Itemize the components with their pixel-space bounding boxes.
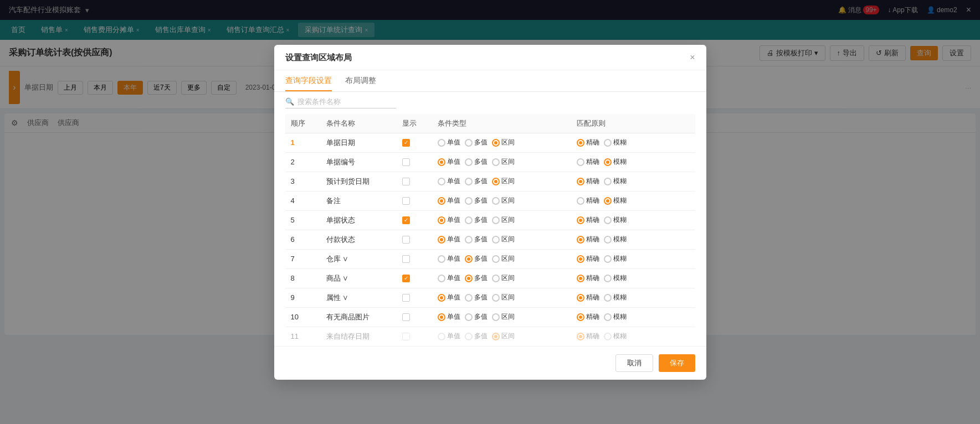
- match-radio-item[interactable]: 精确: [577, 273, 599, 283]
- type-radio-item[interactable]: 多值: [465, 138, 488, 147]
- type-radio-item[interactable]: 多值: [465, 215, 488, 225]
- cell-name: 付款状态: [321, 230, 397, 249]
- display-checkbox[interactable]: [402, 275, 410, 282]
- type-radio-item[interactable]: 多值: [465, 235, 488, 244]
- type-radio-item[interactable]: 多值: [465, 196, 488, 205]
- radio-circle-icon: [438, 197, 445, 205]
- match-radio-item[interactable]: 精确: [577, 293, 599, 302]
- display-checkbox[interactable]: [402, 333, 410, 340]
- save-btn[interactable]: 保存: [659, 354, 695, 372]
- match-radio-item[interactable]: 精确: [577, 196, 599, 205]
- modal-close-btn[interactable]: ×: [690, 53, 695, 63]
- match-radio-item[interactable]: 精确: [577, 312, 599, 322]
- cell-display: [397, 230, 432, 249]
- match-radio-item[interactable]: 精确: [577, 177, 599, 186]
- display-checkbox[interactable]: [402, 313, 410, 321]
- match-radio-item[interactable]: 模糊: [604, 138, 627, 147]
- type-radio-item[interactable]: 单值: [438, 138, 460, 147]
- match-radio-item[interactable]: 精确: [577, 215, 599, 225]
- type-radio-item[interactable]: 单值: [438, 215, 460, 225]
- cancel-btn[interactable]: 取消: [615, 354, 653, 372]
- type-radio-item[interactable]: 多值: [465, 177, 488, 186]
- type-radio-item[interactable]: 单值: [438, 196, 460, 205]
- type-radio-item[interactable]: 单值: [438, 312, 460, 322]
- match-radio-item[interactable]: 模糊: [604, 157, 627, 167]
- type-radio-item[interactable]: 区间: [492, 273, 515, 283]
- match-radio-item[interactable]: 模糊: [604, 177, 627, 186]
- match-radio-item[interactable]: 模糊: [604, 235, 627, 244]
- match-radio-item[interactable]: 精确: [577, 138, 599, 147]
- type-radio-item[interactable]: 多值: [465, 157, 488, 167]
- type-radio-group: 单值多值区间: [438, 332, 566, 341]
- cell-order: 6: [285, 230, 321, 249]
- match-radio-item[interactable]: 模糊: [604, 215, 627, 225]
- type-radio-item[interactable]: 区间: [492, 177, 515, 186]
- cell-type: 单值多值区间: [432, 230, 571, 249]
- type-radio-item[interactable]: 区间: [492, 138, 515, 147]
- type-radio-item[interactable]: 单值: [438, 293, 460, 302]
- radio-circle-icon: [577, 158, 584, 166]
- display-checkbox[interactable]: [402, 236, 410, 244]
- type-radio-item[interactable]: 多值: [465, 312, 488, 322]
- radio-label: 模糊: [613, 312, 627, 322]
- th-order: 顺序: [285, 114, 321, 133]
- radio-circle-icon: [438, 333, 445, 340]
- match-radio-item[interactable]: 模糊: [604, 196, 627, 205]
- type-radio-group: 单值多值区间: [438, 273, 566, 283]
- type-radio-item[interactable]: 区间: [492, 293, 515, 302]
- match-radio-item[interactable]: 模糊: [604, 273, 627, 283]
- match-radio-item[interactable]: 精确: [577, 157, 599, 167]
- type-radio-item[interactable]: 区间: [492, 215, 515, 225]
- type-radio-group: 单值多值区间: [438, 235, 566, 244]
- display-checkbox[interactable]: [402, 255, 410, 263]
- radio-circle-icon: [492, 236, 500, 244]
- display-checkbox[interactable]: [402, 197, 410, 205]
- type-radio-group: 单值多值区间: [438, 215, 566, 225]
- match-radio-item[interactable]: 模糊: [604, 293, 627, 302]
- table-header-row-modal: 顺序 条件名称 显示 条件类型 匹配原则: [285, 114, 695, 133]
- type-radio-item[interactable]: 区间: [492, 196, 515, 205]
- type-radio-item[interactable]: 单值: [438, 254, 460, 263]
- match-radio-item[interactable]: 模糊: [604, 312, 627, 322]
- type-radio-item[interactable]: 多值: [465, 273, 488, 283]
- type-radio-item[interactable]: 多值: [465, 293, 488, 302]
- display-checkbox[interactable]: [402, 216, 410, 224]
- radio-label: 模糊: [613, 215, 627, 225]
- table-row: 8商品 ∨单值多值区间精确模糊: [285, 268, 695, 288]
- type-radio-item[interactable]: 区间: [492, 157, 515, 167]
- type-radio-item[interactable]: 单值: [438, 273, 460, 283]
- modal-tabs: 查询字段设置 布局调整: [274, 70, 706, 92]
- match-radio-item[interactable]: 精确: [577, 254, 599, 263]
- cell-order: 2: [285, 152, 321, 172]
- match-radio-item[interactable]: 精确: [577, 235, 599, 244]
- type-radio-item[interactable]: 区间: [492, 235, 515, 244]
- type-radio-item[interactable]: 区间: [492, 254, 515, 263]
- search-input[interactable]: [297, 97, 396, 106]
- cell-match: 精确模糊: [571, 172, 695, 191]
- type-radio-item[interactable]: 单值: [438, 157, 460, 167]
- radio-circle-icon: [492, 158, 500, 166]
- modal-tab-query-fields[interactable]: 查询字段设置: [285, 70, 332, 91]
- type-radio-item[interactable]: 多值: [465, 254, 488, 263]
- match-radio-item[interactable]: 模糊: [604, 254, 627, 263]
- radio-circle-icon: [577, 313, 584, 321]
- cell-type: 单值多值区间: [432, 327, 571, 346]
- type-radio-item[interactable]: 区间: [492, 332, 515, 341]
- match-radio-item[interactable]: 精确: [577, 332, 599, 341]
- type-radio-item[interactable]: 多值: [465, 332, 488, 341]
- modal-tab-layout[interactable]: 布局调整: [345, 70, 376, 91]
- display-checkbox[interactable]: [402, 294, 410, 302]
- cell-order: 10: [285, 307, 321, 327]
- type-radio-item[interactable]: 单值: [438, 235, 460, 244]
- radio-circle-icon: [465, 255, 473, 263]
- display-checkbox[interactable]: [402, 139, 410, 147]
- display-checkbox[interactable]: [402, 178, 410, 185]
- radio-label: 模糊: [613, 235, 627, 244]
- radio-label: 模糊: [613, 196, 627, 205]
- type-radio-item[interactable]: 单值: [438, 332, 460, 341]
- type-radio-group: 单值多值区间: [438, 138, 566, 147]
- type-radio-item[interactable]: 区间: [492, 312, 515, 322]
- display-checkbox[interactable]: [402, 158, 410, 166]
- type-radio-item[interactable]: 单值: [438, 177, 460, 186]
- match-radio-item[interactable]: 模糊: [604, 332, 627, 341]
